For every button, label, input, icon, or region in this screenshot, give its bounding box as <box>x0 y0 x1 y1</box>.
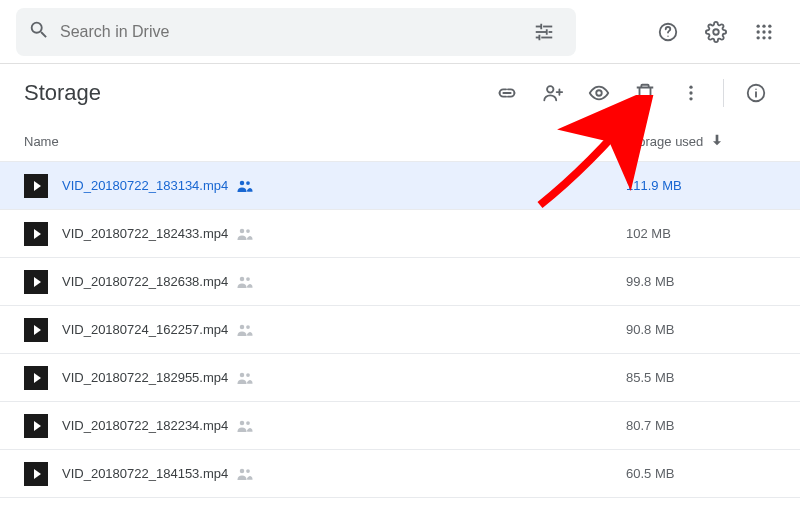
search-options-icon[interactable] <box>524 12 564 52</box>
sort-arrow-icon <box>709 132 725 151</box>
file-row[interactable]: VID_20180722_183134.mp4 111.9 MB <box>0 162 800 210</box>
file-name-label: VID_20180722_184153.mp4 <box>62 466 228 481</box>
svg-point-30 <box>246 181 250 185</box>
column-storage-used-label: Storage used <box>626 134 703 149</box>
search-icon <box>28 19 50 44</box>
file-row[interactable]: VID_20180722_182638.mp4 99.8 MB <box>0 258 800 306</box>
settings-icon[interactable] <box>696 12 736 52</box>
file-size: 60.5 MB <box>626 466 776 481</box>
svg-point-22 <box>596 90 602 96</box>
svg-point-33 <box>240 276 245 281</box>
svg-point-34 <box>246 277 250 281</box>
file-name-label: VID_20180722_182433.mp4 <box>62 226 228 241</box>
video-thumb-icon <box>24 270 48 294</box>
file-list: VID_20180722_183134.mp4 111.9 MB VID_201… <box>0 162 800 498</box>
svg-point-24 <box>689 91 692 94</box>
top-bar <box>0 0 800 64</box>
svg-point-11 <box>713 29 719 35</box>
divider <box>723 79 724 107</box>
svg-point-23 <box>689 86 692 89</box>
file-row[interactable]: VID_20180722_182433.mp4 102 MB <box>0 210 800 258</box>
more-options-icon[interactable] <box>671 73 711 113</box>
shared-icon <box>236 321 254 339</box>
search-box[interactable] <box>16 8 576 56</box>
svg-point-25 <box>689 97 692 100</box>
svg-point-31 <box>240 228 245 233</box>
apps-icon[interactable] <box>744 12 784 52</box>
shared-icon <box>236 177 254 195</box>
svg-rect-2 <box>536 31 547 33</box>
action-icons <box>487 73 776 113</box>
file-name-label: VID_20180722_182955.mp4 <box>62 370 228 385</box>
file-size: 111.9 MB <box>626 178 776 193</box>
preview-icon[interactable] <box>579 73 619 113</box>
help-icon[interactable] <box>648 12 688 52</box>
svg-point-14 <box>768 24 771 27</box>
video-thumb-icon <box>24 366 48 390</box>
video-thumb-icon <box>24 222 48 246</box>
shared-icon <box>236 273 254 291</box>
delete-icon[interactable] <box>625 73 665 113</box>
svg-rect-8 <box>539 34 541 40</box>
file-size: 90.8 MB <box>626 322 776 337</box>
svg-point-21 <box>547 86 553 92</box>
file-row[interactable]: VID_20180724_162257.mp4 90.8 MB <box>0 306 800 354</box>
search-input[interactable] <box>60 23 524 41</box>
file-row[interactable]: VID_20180722_182234.mp4 80.7 MB <box>0 402 800 450</box>
svg-point-36 <box>246 325 250 329</box>
get-link-icon[interactable] <box>487 73 527 113</box>
svg-point-35 <box>240 324 245 329</box>
svg-point-13 <box>762 24 765 27</box>
svg-point-18 <box>757 36 760 39</box>
shared-icon <box>236 369 254 387</box>
svg-rect-6 <box>540 23 542 29</box>
video-thumb-icon <box>24 462 48 486</box>
file-name-label: VID_20180722_182234.mp4 <box>62 418 228 433</box>
share-icon[interactable] <box>533 73 573 113</box>
file-name-label: VID_20180724_162257.mp4 <box>62 322 228 337</box>
file-size: 102 MB <box>626 226 776 241</box>
file-row[interactable]: VID_20180722_184153.mp4 60.5 MB <box>0 450 800 498</box>
shared-icon <box>236 225 254 243</box>
shared-icon <box>236 465 254 483</box>
video-thumb-icon <box>24 414 48 438</box>
file-size: 99.8 MB <box>626 274 776 289</box>
svg-point-32 <box>246 229 250 233</box>
svg-point-17 <box>768 30 771 33</box>
file-name-label: VID_20180722_182638.mp4 <box>62 274 228 289</box>
video-thumb-icon <box>24 318 48 342</box>
shared-icon <box>236 417 254 435</box>
svg-point-20 <box>768 36 771 39</box>
file-size: 85.5 MB <box>626 370 776 385</box>
svg-rect-1 <box>543 25 552 27</box>
svg-point-38 <box>246 373 250 377</box>
top-icons <box>648 12 784 52</box>
title-row: Storage <box>0 64 800 122</box>
svg-point-10 <box>667 35 668 36</box>
list-header: Name Storage used <box>0 122 800 162</box>
file-row[interactable]: VID_20180722_182955.mp4 85.5 MB <box>0 354 800 402</box>
column-name[interactable]: Name <box>24 134 626 149</box>
svg-point-41 <box>240 468 245 473</box>
page-title: Storage <box>24 80 101 106</box>
svg-point-40 <box>246 421 250 425</box>
svg-point-28 <box>755 89 756 90</box>
svg-point-39 <box>240 420 245 425</box>
svg-point-42 <box>246 469 250 473</box>
svg-point-19 <box>762 36 765 39</box>
svg-point-15 <box>757 30 760 33</box>
file-size: 80.7 MB <box>626 418 776 433</box>
file-name-label: VID_20180722_183134.mp4 <box>62 178 228 193</box>
svg-rect-7 <box>546 29 548 35</box>
info-icon[interactable] <box>736 73 776 113</box>
column-storage-used[interactable]: Storage used <box>626 132 776 151</box>
svg-point-16 <box>762 30 765 33</box>
svg-rect-3 <box>549 31 553 33</box>
svg-point-37 <box>240 372 245 377</box>
svg-rect-5 <box>541 36 552 38</box>
svg-point-29 <box>240 180 245 185</box>
video-thumb-icon <box>24 174 48 198</box>
svg-point-12 <box>757 24 760 27</box>
